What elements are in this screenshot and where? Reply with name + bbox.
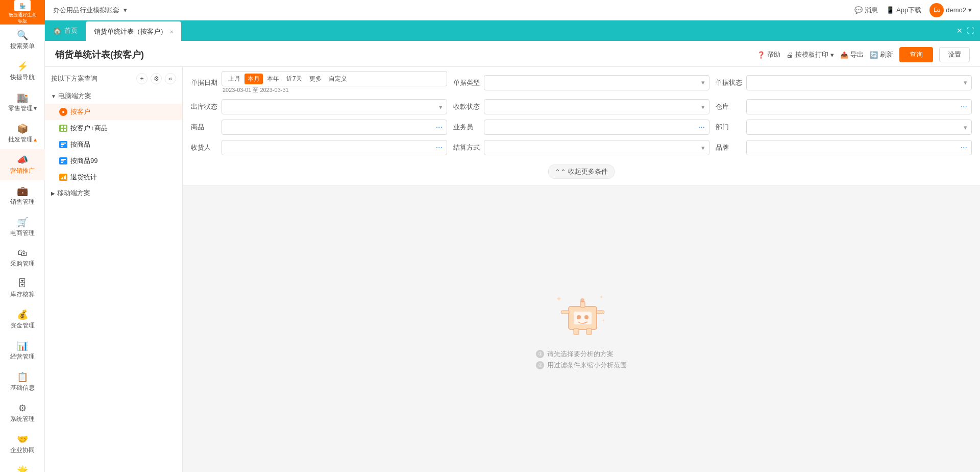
sidebar-item-search[interactable]: 🔍 搜索菜单 bbox=[0, 25, 45, 56]
tab-sales-stats[interactable]: 销货单统计表（按客户） × bbox=[86, 21, 181, 42]
doc-type-label: 单据类型 bbox=[453, 78, 480, 87]
sidebar-item-purchase[interactable]: 🛍 采购管理 bbox=[0, 243, 45, 273]
scheme-icon-product99 bbox=[59, 157, 67, 164]
sidebar-label-finance: 资金管理 bbox=[2, 321, 43, 330]
main-body: 按以下方案查询 + ⚙ « ▼ 电脑端方案 ● bbox=[45, 67, 980, 472]
scheme-label-by-product: 按商品 bbox=[70, 140, 90, 149]
scheme-panel-actions: + ⚙ « bbox=[136, 73, 176, 84]
home-icon: 🏠 bbox=[53, 27, 61, 35]
sidebar-item-system[interactable]: ⚙ 系统管理 bbox=[0, 397, 45, 429]
sidebar-item-inventory[interactable]: 🗄 库存核算 bbox=[0, 273, 45, 304]
brand-input[interactable]: ··· bbox=[746, 140, 972, 155]
export-btn[interactable]: 📤 导出 bbox=[840, 50, 864, 59]
product-dots[interactable]: ··· bbox=[436, 123, 443, 132]
scheme-label-by-product-99: 按商品99 bbox=[70, 156, 97, 166]
department-label: 部门 bbox=[716, 123, 742, 132]
date-tab-7days[interactable]: 近7天 bbox=[283, 74, 305, 84]
search-icon: 🔍 bbox=[2, 30, 43, 41]
pc-section-title[interactable]: ▼ 电脑端方案 bbox=[45, 88, 182, 104]
sidebar-item-sales[interactable]: 💼 销售管理 bbox=[0, 180, 45, 211]
sidebar-item-enterprise[interactable]: 🤝 企业协同 bbox=[0, 429, 45, 460]
sidebar-item-retail[interactable]: 🏬 零售管理 ▾ bbox=[0, 87, 45, 118]
recipient-label: 收货人 bbox=[191, 143, 217, 152]
sidebar-label-search: 搜索菜单 bbox=[2, 42, 43, 51]
tab-bar-actions: ✕ ⛶ bbox=[957, 27, 980, 35]
collapse-btn[interactable]: ⌃⌃ 收起更多条件 bbox=[548, 164, 615, 179]
tab-close-all-btn[interactable]: ✕ bbox=[957, 27, 963, 35]
department-arrow: ▾ bbox=[964, 124, 967, 131]
sidebar-label-basic: 基础信息 bbox=[2, 384, 43, 392]
sidebar-item-finance[interactable]: 💰 资金管理 bbox=[0, 304, 45, 335]
payment-input[interactable]: ▾ bbox=[484, 140, 709, 155]
filter-fields: 单据日期 上月 本月 本年 近7天 更多 自定义 bbox=[183, 67, 980, 185]
industry-dropdown-icon[interactable]: ▾ bbox=[124, 6, 127, 14]
doc-status-input[interactable]: ▾ bbox=[746, 75, 972, 90]
svg-point-23 bbox=[580, 298, 584, 302]
main-area: 办公用品行业模拟账套 ▾ 💬 消息 📱 App下载 Ea demo2 ▾ � bbox=[45, 0, 980, 472]
mobile-section-title[interactable]: ▶ 移动端方案 bbox=[45, 185, 182, 201]
help-btn[interactable]: ❓ 帮助 bbox=[757, 50, 780, 59]
warehouse-input[interactable]: ··· bbox=[746, 99, 972, 114]
svg-rect-20 bbox=[574, 328, 579, 335]
svg-rect-7 bbox=[61, 159, 66, 160]
sidebar-item-ecommerce[interactable]: 🛒 电商管理 bbox=[0, 211, 45, 243]
sidebar-label-sales: 销售管理 bbox=[2, 198, 43, 206]
svg-point-17 bbox=[584, 315, 589, 319]
warehouse-dots[interactable]: ··· bbox=[961, 102, 967, 111]
date-tabs-row[interactable]: 上月 本月 本年 近7天 更多 自定义 bbox=[222, 71, 447, 86]
svg-rect-3 bbox=[64, 129, 66, 131]
query-btn[interactable]: 查询 bbox=[899, 47, 933, 62]
date-tab-last-month[interactable]: 上月 bbox=[225, 74, 243, 84]
app-download-btn[interactable]: 📱 App下载 bbox=[886, 6, 921, 15]
doc-status-label: 单据状态 bbox=[716, 78, 742, 87]
refresh-label: 刷新 bbox=[880, 50, 893, 59]
date-tab-this-month[interactable]: 本月 bbox=[244, 74, 263, 84]
tab-close-btn[interactable]: × bbox=[170, 29, 173, 35]
filter-row-2: 出库状态 ▾ 收款状态 ▾ bbox=[191, 99, 972, 114]
salesperson-input[interactable]: ··· bbox=[484, 120, 709, 135]
scheme-item-by-product-99[interactable]: 按商品99 bbox=[45, 153, 182, 169]
scheme-add-btn[interactable]: + bbox=[136, 73, 148, 84]
sidebar-item-shortcut[interactable]: ⚡ 快捷导航 bbox=[0, 56, 45, 87]
scheme-item-by-customer-product[interactable]: 按客户+商品 bbox=[45, 120, 182, 136]
recipient-input[interactable]: ··· bbox=[222, 140, 447, 155]
svg-rect-21 bbox=[586, 328, 592, 335]
product-field: 商品 ··· bbox=[191, 120, 447, 135]
setting-btn[interactable]: 设置 bbox=[939, 47, 970, 62]
tab-fullscreen-btn[interactable]: ⛶ bbox=[967, 27, 974, 35]
recipient-dots[interactable]: ··· bbox=[436, 143, 443, 152]
scheme-collapse-btn[interactable]: « bbox=[165, 73, 176, 84]
receipt-status-input[interactable]: ▾ bbox=[484, 99, 709, 114]
scheme-settings-btn[interactable]: ⚙ bbox=[151, 73, 162, 84]
sidebar-item-newguide[interactable]: 🌟 新手引导 bbox=[0, 460, 45, 472]
sidebar-item-wholesale[interactable]: 📦 批发管理 ▴ bbox=[0, 118, 45, 149]
scheme-item-return-stats[interactable]: 退货统计 bbox=[45, 169, 182, 185]
tip2-text: 用过滤条件来缩小分析范围 bbox=[547, 361, 627, 370]
page-header: 销货单统计表(按客户) ❓ 帮助 🖨 按模板打印 ▾ 📤 导出 🔄 刷新 bbox=[45, 41, 980, 67]
svg-rect-11 bbox=[62, 177, 63, 179]
message-btn[interactable]: 💬 消息 bbox=[854, 6, 878, 15]
date-tab-more[interactable]: 更多 bbox=[306, 74, 325, 84]
tab-home[interactable]: 🏠 首页 bbox=[45, 20, 86, 41]
scheme-item-by-product[interactable]: 按商品 bbox=[45, 136, 182, 153]
department-input[interactable]: ▾ bbox=[746, 120, 972, 135]
refresh-icon: 🔄 bbox=[870, 51, 878, 59]
user-info[interactable]: Ea demo2 ▾ bbox=[929, 3, 972, 17]
sidebar-item-operations[interactable]: 📊 经营管理 bbox=[0, 335, 45, 366]
svg-rect-2 bbox=[61, 129, 63, 131]
date-tab-this-year[interactable]: 本年 bbox=[264, 74, 282, 84]
inventory-icon: 🗄 bbox=[2, 278, 43, 289]
salesperson-dots[interactable]: ··· bbox=[698, 123, 705, 132]
refresh-btn[interactable]: 🔄 刷新 bbox=[870, 50, 893, 59]
sidebar-item-marketing[interactable]: 📣 营销推广 bbox=[0, 149, 45, 180]
sidebar-item-basic[interactable]: 📋 基础信息 bbox=[0, 366, 45, 397]
out-status-input[interactable]: ▾ bbox=[222, 99, 447, 114]
scheme-item-by-customer[interactable]: ● 按客户 bbox=[45, 104, 182, 120]
date-tab-custom[interactable]: 自定义 bbox=[326, 74, 350, 84]
brand-dots[interactable]: ··· bbox=[961, 143, 967, 152]
svg-rect-8 bbox=[61, 160, 64, 161]
product-input[interactable]: ··· bbox=[222, 120, 447, 135]
print-btn[interactable]: 🖨 按模板打印 ▾ bbox=[787, 50, 834, 59]
doc-type-input[interactable]: ▾ bbox=[484, 75, 709, 90]
tab-active-label: 销货单统计表（按客户） bbox=[94, 27, 167, 36]
